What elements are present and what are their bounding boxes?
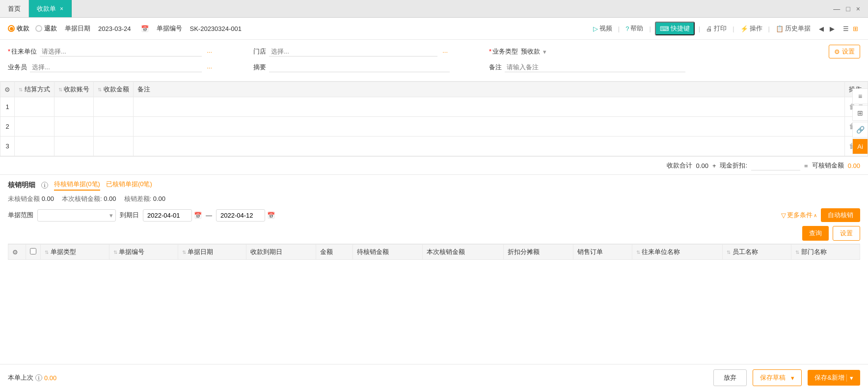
table-section: ⚙ ⇅ 结算方式 ⇅ 收款账号 ⇅ 收款金额 备注 [0,82,868,157]
sort-amount-icon[interactable]: ⇅ [98,87,102,92]
sort-dept-icon[interactable]: ⇅ [795,250,799,255]
date-from-input[interactable] [143,209,192,222]
save-new-button[interactable]: 保存&新增 ▾ [808,370,860,386]
row-1-settlement[interactable] [15,97,54,117]
video-button[interactable]: ▷ 视频 [591,23,614,34]
row-2-account[interactable] [54,117,94,137]
business-type-arrow[interactable]: ▾ [543,48,546,56]
col-remark-label: 备注 [137,85,150,93]
row-3-remark[interactable] [133,137,844,156]
bcol-pending-header: 待核销金额 [353,245,422,260]
row-2-settlement[interactable] [15,117,54,137]
cal-to-icon[interactable]: 📅 [267,212,275,219]
cal-from-icon[interactable]: 📅 [194,212,202,219]
summary-input[interactable] [269,62,450,72]
form-row-2: 业务员 ··· 摘要 备注 [8,62,860,72]
radio-refund[interactable]: 退款 [35,24,57,33]
window-btns: — □ × [833,5,868,13]
row-1-amount[interactable] [94,97,134,117]
sort-bill-date-icon[interactable]: ⇅ [182,250,186,255]
keyboard-icon: ⌨ [660,25,669,32]
rpanel-btn-2[interactable]: ⊞ [852,105,868,121]
store-input[interactable] [269,47,437,56]
bcol-sales-order-label: 销售订单 [577,248,603,255]
nav-next-button[interactable]: ▶ [827,24,837,33]
save-new-arrow-button[interactable]: ▾ [846,374,853,382]
salesperson-field: 业务员 ··· [8,62,214,72]
history-icon: 📋 [776,25,784,32]
close-button[interactable]: × [856,5,860,13]
action-button[interactable]: ⚡ 操作 [738,23,764,34]
sort-account-icon[interactable]: ⇅ [58,87,62,92]
row-3-account[interactable] [54,137,94,156]
radio-refund-dot [35,25,42,32]
row-3-settlement[interactable] [15,137,54,156]
date-to-input[interactable] [216,209,265,222]
maximize-button[interactable]: □ [846,5,850,13]
pending-tab[interactable]: 待核销单据(0笔) [54,180,100,191]
date-from-group: 📅 [143,209,202,222]
last-bill-info-icon[interactable]: ℹ [35,374,42,381]
layout-grid-button[interactable]: ⊞ [851,24,860,33]
nav-prev-button[interactable]: ◀ [816,24,826,33]
select-all-checkbox[interactable] [30,248,36,254]
bcol-pending-label: 待核销金额 [357,248,389,255]
radio-receipt[interactable]: 收款 [8,24,29,33]
settings-button[interactable]: ⚙ 设置 [829,45,860,58]
tab-home[interactable]: 首页 [0,0,29,17]
table-settings-icon[interactable]: ⚙ [4,86,10,93]
remark-input[interactable] [505,62,685,72]
sort-employee-icon[interactable]: ⇅ [727,250,731,255]
help-button[interactable]: ? 帮助 [624,23,645,34]
equals-sign: = [804,162,808,169]
sort-bill-type-icon[interactable]: ⇅ [45,250,49,255]
rpanel-btn-3[interactable]: 🔗 [852,122,868,138]
tab-bar: 首页 收款单 × — □ × [0,0,868,18]
tab-close-icon[interactable]: × [60,5,63,12]
bill-date-value: 2023-03-24 [98,25,131,32]
query-button[interactable]: 查询 [802,226,829,241]
row-1-num: 1 [0,97,15,117]
bottom-settings-icon[interactable]: ⚙ [12,249,18,256]
calendar-icon[interactable]: 📅 [141,25,149,32]
row-3-amount[interactable] [94,137,134,156]
col-remark-header: 备注 [133,82,844,97]
row-1-account[interactable] [54,97,94,117]
shortcut-button[interactable]: ⌨ 快捷键 [655,22,695,35]
table-row: 1 🗑 ⧉ [0,97,868,117]
layout-list-button[interactable]: ☰ [841,24,851,33]
counterpart-more-button[interactable]: ··· [205,48,214,56]
sort-bill-no-icon[interactable]: ⇅ [113,250,117,255]
row-2-amount[interactable] [94,117,134,137]
sep2: | [649,25,651,32]
discount-label: 现金折扣: [720,161,747,170]
minimize-button[interactable]: — [833,5,840,13]
save-draft-button[interactable]: 保存草稿 ▾ [753,369,802,386]
salesperson-more-button[interactable]: ··· [205,64,214,71]
more-conditions-button[interactable]: ▽ 更多条件 ∧ [781,211,817,220]
salesperson-input[interactable] [30,62,202,72]
action-icon: ⚡ [740,25,748,32]
sort-settlement-icon[interactable]: ⇅ [19,87,23,92]
discount-input[interactable] [751,161,800,170]
hexiao-settings-button[interactable]: 设置 [833,226,860,241]
print-button[interactable]: 🖨 打印 [704,23,729,34]
history-button[interactable]: 📋 历史单据 [774,23,813,34]
rpanel-btn-1[interactable]: ≡ [852,88,868,104]
auto-cancel-button[interactable]: 自动核销 [821,208,860,222]
discard-button[interactable]: 放弃 [713,369,747,386]
save-draft-arrow-button[interactable]: ▾ [787,374,794,382]
row-2-remark[interactable] [133,117,844,137]
done-tab[interactable]: 已核销单据(0笔) [106,180,152,191]
sort-counterpart-icon[interactable]: ⇅ [636,250,640,255]
rpanel-ai-button[interactable]: Ai [852,139,868,154]
tab-receipt[interactable]: 收款单 × [29,0,72,17]
hexiao-info-icon[interactable]: ℹ [41,182,48,189]
salesperson-label: 业务员 [8,63,27,72]
store-more-button[interactable]: ··· [440,48,450,56]
diff-label: 核销差额: [124,195,152,202]
counterpart-input[interactable] [40,47,202,56]
main-content: 收款 退款 单据日期 2023-03-24 📅 单据编号 SK-20230324… [0,18,868,391]
row-1-remark[interactable] [133,97,844,117]
range-select[interactable] [37,209,116,222]
